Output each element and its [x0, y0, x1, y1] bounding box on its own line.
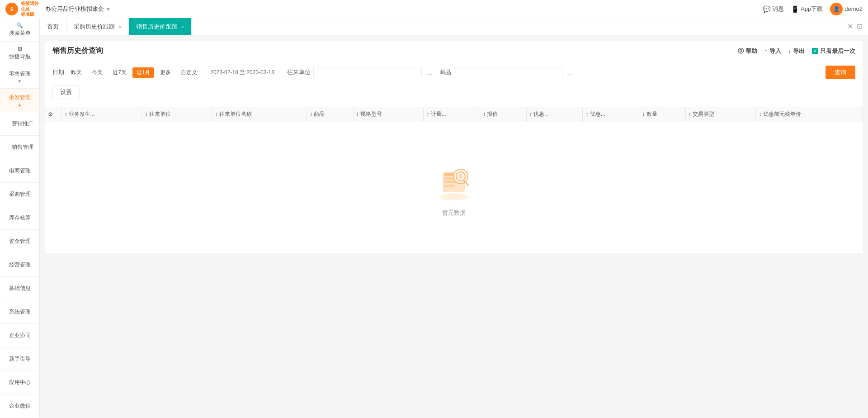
- tab-purchase-history[interactable]: 采购历史价跟踪 ×: [66, 18, 129, 35]
- date-btn-1month[interactable]: 近1月: [132, 67, 155, 78]
- col-price[interactable]: ↕ 优惠前无税单价: [756, 107, 863, 122]
- action-buttons: 查询: [826, 66, 855, 79]
- sidebar-item-basic-info[interactable]: 基础信息: [0, 277, 39, 300]
- import-label: 导入: [769, 47, 781, 55]
- sidebar-label-quick-nav: 快捷导航: [9, 53, 31, 61]
- sidebar-label-ecommerce: 电商管理: [9, 167, 31, 175]
- col-unit[interactable]: ↕ 计量...: [424, 107, 480, 122]
- close-window-btn[interactable]: ✕: [847, 22, 853, 31]
- date-btn-yesterday[interactable]: 昨天: [67, 67, 86, 78]
- tab-bar: 首页 采购历史价跟踪 × 销售历史价跟踪 × ✕ ⊡: [40, 18, 868, 35]
- sidebar-label-wechat: 企业微信: [9, 402, 31, 410]
- col-partner-label: 往来单位: [149, 111, 171, 117]
- col-trade-type-label: 交易类型: [693, 111, 714, 117]
- user-menu[interactable]: 👤 demo2: [830, 3, 863, 15]
- svg-point-11: [458, 174, 463, 179]
- sidebar-item-marketing[interactable]: 营销推广: [0, 112, 39, 136]
- empty-icon: [431, 158, 476, 204]
- search-icon: 🔍: [16, 22, 23, 28]
- col-price-label: 优惠前无税单价: [763, 111, 801, 117]
- import-btn[interactable]: ↑ 导入: [764, 47, 781, 55]
- tab-window-actions: ✕ ⊡: [842, 22, 868, 31]
- product-dots[interactable]: ...: [565, 68, 575, 76]
- sidebar-item-app-center[interactable]: 应用中心: [0, 371, 39, 394]
- chevron-up-icon: ▲: [18, 102, 22, 107]
- date-filter-label: 日期: [52, 68, 64, 76]
- sidebar-item-retail[interactable]: 零售管理 ▼: [0, 65, 39, 89]
- col-product[interactable]: ↕ 商品: [307, 107, 353, 122]
- sidebar-label-purchase: 采购管理: [9, 190, 31, 198]
- col-qty[interactable]: ↕ 数量: [639, 107, 686, 122]
- col-partner-name[interactable]: ↕ 往来单位名称: [212, 107, 307, 122]
- date-btn-more[interactable]: 更多: [156, 67, 175, 78]
- tab-sales-history[interactable]: 销售历史价跟踪 ×: [129, 18, 191, 35]
- app-download-btn[interactable]: 📱 App下载: [791, 5, 823, 13]
- query-btn[interactable]: 查询: [826, 66, 855, 79]
- date-buttons: 昨天 今天 近7天 近1月 更多 自定义: [67, 67, 201, 78]
- sidebar-item-wechat[interactable]: 企业微信: [0, 394, 39, 418]
- tab-home[interactable]: 首页: [40, 18, 66, 35]
- sidebar-item-sales[interactable]: 销售管理: [0, 136, 39, 159]
- sidebar-item-system[interactable]: 系统管理: [0, 300, 39, 324]
- maximize-window-btn[interactable]: ⊡: [857, 22, 863, 31]
- col-discount1[interactable]: ↕ 优惠...: [526, 107, 583, 122]
- col-partner[interactable]: ↕ 往来单位: [142, 107, 212, 122]
- sidebar-label-system: 系统管理: [9, 308, 31, 316]
- sidebar-item-quick-nav[interactable]: ⊞ 快捷导航: [0, 42, 39, 65]
- export-label: 导出: [793, 47, 805, 55]
- close-purchase-tab-btn[interactable]: ×: [118, 24, 121, 29]
- col-discount2[interactable]: ↕ 优惠...: [583, 107, 639, 122]
- product-label: 商品: [439, 68, 451, 76]
- col-quote[interactable]: ↕ 报价: [480, 107, 527, 122]
- date-range-text: 2023-02-18 至 2023-03-18: [210, 69, 274, 76]
- sidebar-item-purchase[interactable]: 采购管理: [0, 183, 39, 206]
- tab-purchase-history-label: 采购历史价跟踪: [74, 23, 115, 31]
- product-input[interactable]: [454, 67, 562, 78]
- customer-input[interactable]: [313, 67, 422, 78]
- settings-btn[interactable]: 设置: [52, 86, 80, 99]
- dropdown-label: 办公用品行业模拟账套: [45, 5, 104, 13]
- sidebar-item-search-menu[interactable]: 🔍 搜索菜单: [0, 18, 39, 42]
- sidebar-item-operations[interactable]: 经营管理: [0, 253, 39, 277]
- customer-dots[interactable]: ...: [425, 68, 434, 76]
- col-biz-date[interactable]: ↕ 业务发生...: [61, 107, 142, 122]
- settings-row: 设置: [45, 84, 863, 103]
- main-layout: 🔍 搜索菜单 ⊞ 快捷导航 零售管理 ▼ 批发管理 ▲ 营销推广 销售管理 电商…: [0, 18, 868, 418]
- only-last-checkbox[interactable]: ✓ 只看最后一次: [812, 47, 855, 55]
- sidebar-label-wholesale: 批发管理: [9, 94, 31, 101]
- message-icon: 💬: [763, 5, 770, 13]
- help-btn[interactable]: ⓪ 帮助: [738, 47, 757, 55]
- logo-icon: 6: [5, 3, 18, 15]
- logo-text: 畅捷通好生意 标准版: [21, 1, 42, 17]
- date-btn-custom[interactable]: 自定义: [177, 67, 201, 78]
- logo-area: 6 畅捷通好生意 标准版: [5, 1, 42, 17]
- message-btn[interactable]: 💬 消息: [763, 5, 784, 13]
- data-table: ⚙ ↕ 业务发生... ↕ 往来单位 ↕: [45, 107, 863, 122]
- col-discount2-label: 优惠...: [590, 111, 605, 117]
- sidebar-item-inventory[interactable]: 库存核算: [0, 206, 39, 230]
- export-icon: ↓: [788, 48, 792, 54]
- sidebar-item-guide[interactable]: 新手引导: [0, 347, 39, 371]
- product-filter-group: 商品 ...: [439, 67, 575, 78]
- col-trade-type[interactable]: ↕ 交易类型: [685, 107, 756, 122]
- sidebar-label-inventory: 库存核算: [9, 214, 31, 222]
- date-btn-7days[interactable]: 近7天: [108, 67, 131, 78]
- date-btn-today[interactable]: 今天: [88, 67, 107, 78]
- col-gear[interactable]: ⚙: [45, 107, 61, 122]
- help-icon: ⓪: [738, 47, 744, 55]
- app-download-label: App下载: [801, 5, 823, 13]
- close-sales-tab-btn[interactable]: ×: [181, 24, 184, 29]
- sidebar-item-collab[interactable]: 企业协同: [0, 324, 39, 347]
- sidebar-item-finance[interactable]: 资金管理: [0, 230, 39, 253]
- dropdown-arrow-icon: ▼: [106, 6, 111, 12]
- page-content: 销售历史价查询 ⓪ 帮助 ↑ 导入 ↓: [40, 35, 868, 418]
- app-dropdown[interactable]: 办公用品行业模拟账套 ▼: [45, 5, 759, 13]
- col-spec-label: 规格型号: [360, 111, 382, 117]
- page-header: 销售历史价查询 ⓪ 帮助 ↑ 导入 ↓: [45, 41, 863, 61]
- sidebar-item-wholesale[interactable]: 批发管理 ▲: [0, 89, 39, 112]
- export-btn[interactable]: ↓ 导出: [788, 47, 805, 55]
- sidebar-item-ecommerce[interactable]: 电商管理: [0, 159, 39, 183]
- page-wrapper: 销售历史价查询 ⓪ 帮助 ↑ 导入 ↓: [45, 41, 863, 253]
- sidebar-label-finance: 资金管理: [9, 238, 31, 245]
- col-spec[interactable]: ↕ 规格型号: [353, 107, 424, 122]
